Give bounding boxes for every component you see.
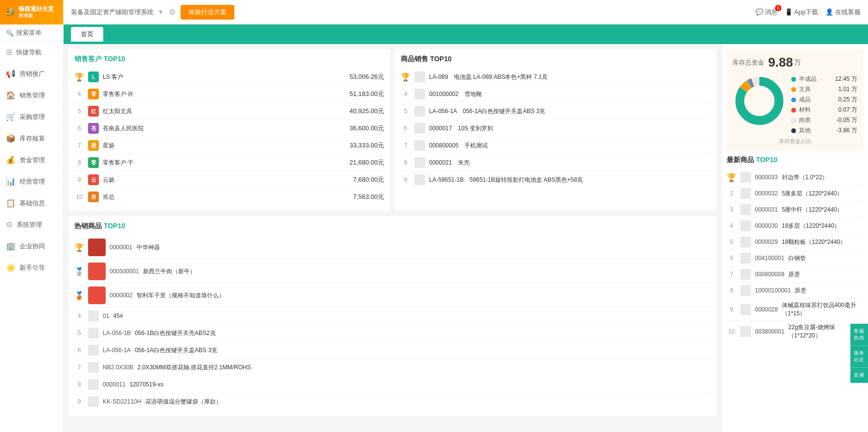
live-button[interactable]: 直播 (850, 368, 868, 383)
service-community-button[interactable]: 服务社区 (850, 346, 868, 368)
rank-number: 8 (727, 287, 736, 294)
sidebar-item-label: 新手引导 (20, 264, 45, 272)
sidebar-item-label: 快捷导航 (16, 48, 42, 57)
rank-number: 10 (727, 328, 736, 335)
medal-icon: 🥈 (74, 267, 84, 276)
sidebar-item-inventory[interactable]: 📦 库存核算 (0, 128, 63, 149)
medal-icon: 🏆 (74, 72, 84, 82)
lp-img (740, 253, 751, 264)
system-selector[interactable]: 装备及固定资产辅助管理系统 ▼ (71, 8, 164, 17)
rank-number: 5 (74, 108, 84, 115)
sidebar-item-marketing[interactable]: 📢 营销推广 (0, 63, 63, 85)
lp-img (740, 188, 751, 199)
sidebar-item-base[interactable]: 📋 基础信息 (0, 192, 63, 214)
float-buttons: 客服热线 服务社区 直播 (850, 324, 868, 383)
sidebar-item-label: 企业协同 (20, 242, 45, 251)
customer-badge: 云 (88, 174, 99, 185)
lp-name: 18颗粒板（1220*2440） (782, 238, 863, 246)
search-label: 搜索菜单 (16, 28, 42, 37)
hot-product-row-8: 8 0000011 12070519-xs (74, 376, 710, 393)
product-info: LA-056-1A 056-1A白色按键开关盖ABS 3克 (429, 107, 710, 116)
app-download[interactable]: 📱 App下载 (785, 8, 818, 17)
legend-dot (791, 77, 796, 82)
legend-dot (791, 118, 796, 123)
customer-name: 零售客户·许 (103, 90, 345, 98)
sidebar-item-enterprise[interactable]: 🏢 企业协同 (0, 236, 63, 257)
medal-icon: 🏆 (727, 173, 736, 182)
lp-img (740, 204, 751, 215)
customer-service-button[interactable]: 客服热线 (850, 324, 868, 346)
online-service-label: 在线客服 (835, 8, 861, 16)
rank-number: 4 (74, 91, 84, 97)
hot-product-row-9: 9 KK-SD22110H 花语萌值温分蟹罐袋（厚款） (74, 393, 710, 410)
latest-products-list: 🏆 0000033 封边带（1.0*22） 2 0000032 5厘多层（122… (727, 169, 863, 342)
online-service[interactable]: 👤 在线客服 (825, 8, 861, 17)
customer-badge: 红 (88, 106, 99, 117)
message-badge[interactable]: 💬 消息 6 (755, 8, 778, 17)
lp-img (740, 237, 751, 247)
sidebar-item-label: 销售管理 (20, 91, 45, 100)
customer-badge: 零 (88, 89, 99, 99)
customer-ranking-card: 销售客户 TOP10 🏆 L LS 客户 53,006.26元 4 零 零售客户 (69, 49, 390, 211)
lp-code: 10000100001 (755, 287, 791, 294)
mobile-icon: 📱 (785, 8, 794, 16)
hot-product-row-1: 🏆 0000001 中华神器 (74, 236, 710, 260)
right-panel: 库存总资金 9.88 万 (721, 44, 868, 432)
inventory-legend: 半成品 12.45 万 文具 1.01 万 成品 0.25 万 (791, 74, 857, 136)
hot-product-code: 0000002 (110, 292, 133, 299)
customer-rank-row-5: 7 星 星扬 33,333.00元 (74, 137, 384, 154)
search-menu[interactable]: 🔍 搜索菜单 (0, 24, 63, 42)
tab-home[interactable]: 首页 (71, 27, 103, 42)
lp-name: 白钢垫 (788, 254, 863, 263)
sidebar-item-finance[interactable]: 💰 资金管理 (0, 149, 63, 171)
product-rank-row-2: 4 001000002 雪地靴 (401, 86, 710, 103)
lp-name: 封边带（1.0*22） (782, 173, 863, 182)
hot-product-row-3: 🥉 0000002 智利车子里（规格不知道填什么） (74, 284, 710, 308)
logo-icon: 🐝 (5, 7, 16, 18)
ranking-section: 销售客户 TOP10 🏆 L LS 客户 53,006.26元 4 零 零售客户 (69, 49, 716, 211)
sidebar-item-system[interactable]: ⚙ 系统管理 (0, 214, 63, 236)
lp-name: 原垄 (795, 287, 863, 295)
lp-name: 5厘多层（1220*2440） (782, 190, 863, 198)
sidebar-item-label: 库存核算 (20, 134, 45, 143)
customer-ranking-table: 🏆 L LS 客户 53,006.26元 4 零 零售客户·许 51,183.0… (74, 69, 384, 205)
main-area: 装备及固定资产辅助管理系统 ▼ ⚙ 体验行业方案 💬 消息 6 📱 App下载 … (64, 0, 868, 432)
customer-rank-row-8: 10 肖 肖总 7,563.00元 (74, 189, 384, 205)
lp-code: 000800008 (755, 271, 784, 278)
lp-img (740, 285, 751, 296)
rank-number: 7 (74, 142, 84, 149)
sidebar-item-quick-nav[interactable]: ⊞ 快捷导航 (0, 42, 63, 63)
lp-img (740, 220, 751, 231)
rank-number: 3 (727, 206, 736, 213)
rank-number: 5 (74, 330, 84, 336)
customer-name: 星扬 (103, 142, 345, 150)
product-img (414, 106, 425, 117)
rank-number: 6 (74, 125, 84, 132)
hot-product-img (88, 311, 99, 321)
hot-products-card: 热销商品 TOP10 🏆 0000001 中华神器 🥈 000500001 新西… (69, 216, 716, 416)
legend-dot (791, 97, 796, 102)
app-download-label: App下载 (794, 8, 818, 16)
customer-rank-row-4: 6 苍 苍南县人民医院 36,600.00元 (74, 120, 384, 137)
trial-button[interactable]: 体验行业方案 (181, 5, 234, 20)
customer-amount: 21,680.00元 (349, 158, 384, 167)
sidebar-item-operation[interactable]: 📊 经营管理 (0, 171, 63, 192)
sidebar-item-purchase[interactable]: 🛒 采购管理 (0, 106, 63, 128)
product-img (414, 89, 425, 99)
customer-amount: 51,183.00元 (349, 90, 384, 98)
latest-product-row-6: 6 004100001 白钢垫 (727, 250, 863, 266)
sidebar-item-guide[interactable]: 🌟 新手引导 (0, 257, 63, 279)
lp-name: 18多层（1220*2440） (782, 222, 863, 230)
product-rank-row-1: 🏆 LA-089 电池盖 LA-089 ABS本色+黑种 7.1克 (401, 69, 710, 86)
customer-badge: 苍 (88, 123, 99, 134)
customer-rank-row-2: 4 零 零售客户·许 51,183.00元 (74, 86, 384, 103)
lp-code: 0000032 (755, 190, 778, 197)
customer-amount: 7,563.00元 (353, 192, 384, 201)
settings-icon[interactable]: ⚙ (169, 7, 176, 17)
hot-product-row-4: 4 01 45# (74, 308, 710, 325)
customer-badge: 星 (88, 140, 99, 151)
hot-product-img (88, 328, 99, 338)
sidebar-item-sales[interactable]: 🏠 销售管理 (0, 85, 63, 106)
inventory-chart-row: 半成品 12.45 万 文具 1.01 万 成品 0.25 万 (732, 74, 857, 136)
product-ranking-title: 商品销售 TOP10 (401, 55, 710, 64)
